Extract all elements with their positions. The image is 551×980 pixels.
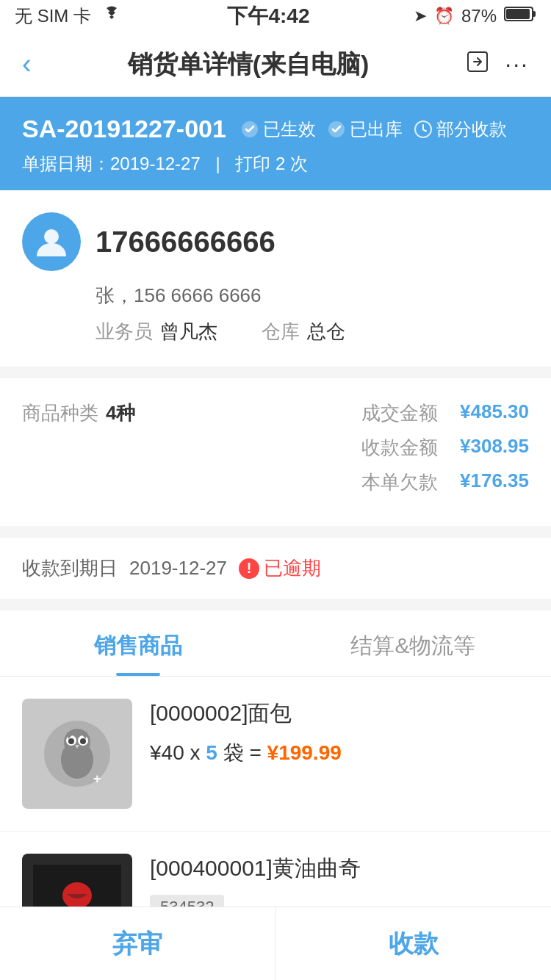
product-price-1: ¥40 x 5 袋 = ¥199.99 (150, 739, 529, 767)
debt-label: 本单欠款 (361, 469, 438, 495)
debt-value: ¥176.35 (460, 469, 529, 495)
stats-right: 成交金额 ¥485.30 收款金额 ¥308.95 本单欠款 ¥176.35 (361, 400, 529, 504)
product-unit: 袋 (223, 741, 244, 764)
warehouse-item: 仓库 总仓 (262, 319, 345, 345)
overdue-badge: ! 已逾期 (239, 555, 321, 581)
tabs-section: 销售商品 结算&物流等 (0, 610, 551, 677)
order-header: SA-20191227-001 已生效 已出库 部分收款 单据日期：2019-1… (0, 97, 551, 190)
status-badge-effective: 已生效 (241, 118, 316, 141)
debt-row: 本单欠款 ¥176.35 (361, 469, 529, 495)
category-row: 商品种类 4种 (22, 400, 135, 426)
nav-bar: ‹ 销货单详情(来自电脑) ··· (0, 32, 551, 97)
more-icon[interactable]: ··· (505, 51, 529, 78)
alarm-icon: ⏰ (434, 7, 454, 26)
battery-icon (504, 5, 536, 27)
collected-label: 收款金额 (361, 435, 438, 461)
nav-actions: ··· (465, 49, 529, 80)
category-value: 4种 (106, 400, 135, 426)
status-left: 无 SIM 卡 (15, 4, 123, 28)
svg-rect-1 (533, 11, 536, 17)
cancel-button[interactable]: 弃审 (0, 907, 276, 980)
page-title: 销货单详情(来自电脑) (128, 48, 370, 82)
avatar (22, 212, 81, 271)
location-icon: ➤ (414, 7, 427, 26)
status-time: 下午4:42 (227, 2, 309, 30)
product-equals: = (249, 741, 267, 764)
overdue-label: 已逾期 (264, 555, 321, 581)
customer-section: 17666666666 张，156 6666 6666 业务员 曾凡杰 仓库 总… (0, 190, 551, 367)
product-multiply: x (190, 741, 206, 764)
tab-underline (116, 673, 160, 676)
product-name-1: [0000002]面包 (150, 699, 529, 729)
amount-label: 成交金额 (361, 400, 438, 426)
back-button[interactable]: ‹ (22, 48, 32, 80)
status-badges: 已生效 已出库 部分收款 (241, 118, 507, 141)
svg-point-7 (44, 229, 59, 244)
svg-rect-2 (506, 9, 530, 19)
stats-left: 商品种类 4种 (22, 400, 135, 426)
amount-value: ¥485.30 (460, 400, 529, 426)
status-badge-shipped: 已出库 (328, 118, 403, 141)
overdue-icon: ! (239, 558, 259, 579)
staff-row: 业务员 曾凡杰 仓库 总仓 (96, 319, 529, 345)
staff-label: 业务员 (96, 319, 153, 345)
order-id: SA-20191227-001 (22, 115, 226, 143)
product-name-2: [000400001]黄油曲奇 (150, 854, 529, 884)
due-section: 收款到期日 2019-12-27 ! 已逾期 (0, 538, 551, 599)
svg-point-14 (80, 738, 86, 744)
product-price-unit: ¥40 (150, 741, 184, 764)
wifi-icon (100, 6, 123, 26)
customer-name-info: 张，156 6666 6666 (96, 283, 529, 309)
collected-value: ¥308.95 (460, 435, 529, 461)
warehouse-value: 总仓 (307, 319, 345, 345)
due-date: 2019-12-27 (129, 557, 227, 580)
collect-button[interactable]: 收款 (276, 907, 552, 980)
status-bar: 无 SIM 卡 下午4:42 ➤ ⏰ 87% (0, 0, 551, 32)
product-qty: 5 (206, 741, 217, 764)
warehouse-label: 仓库 (262, 319, 300, 345)
carrier-label: 无 SIM 卡 (15, 4, 91, 28)
staff-value: 曾凡杰 (160, 319, 217, 345)
customer-row: 17666666666 (22, 212, 529, 271)
svg-text:+: + (93, 771, 101, 786)
staff-item: 业务员 曾凡杰 (96, 319, 217, 345)
amount-row: 成交金额 ¥485.30 (361, 400, 529, 426)
stats-section: 商品种类 4种 成交金额 ¥485.30 收款金额 ¥308.95 本单欠款 ¥… (0, 378, 551, 526)
product-thumbnail-1: + (22, 699, 132, 809)
status-right: ➤ ⏰ 87% (414, 5, 536, 27)
tab-products[interactable]: 销售商品 (0, 610, 276, 676)
due-label: 收款到期日 (22, 555, 118, 581)
collected-row: 收款金额 ¥308.95 (361, 435, 529, 461)
category-label: 商品种类 (22, 400, 98, 426)
battery-label: 87% (461, 6, 497, 26)
product-info-1: [0000002]面包 ¥40 x 5 袋 = ¥199.99 (150, 699, 529, 809)
product-total: ¥199.99 (267, 741, 342, 764)
status-badge-partial: 部分收款 (414, 118, 507, 141)
order-id-row: SA-20191227-001 已生效 已出库 部分收款 (22, 115, 529, 143)
share-icon[interactable] (465, 49, 490, 80)
order-meta: 单据日期：2019-12-27 | 打印 2 次 (22, 152, 529, 176)
customer-phone: 17666666666 (96, 226, 276, 259)
svg-point-13 (68, 738, 74, 744)
product-item: + [0000002]面包 ¥40 x 5 袋 = ¥199.99 (0, 677, 551, 832)
tab-settlement[interactable]: 结算&物流等 (276, 610, 551, 676)
bottom-bar: 弃审 收款 (0, 907, 551, 980)
